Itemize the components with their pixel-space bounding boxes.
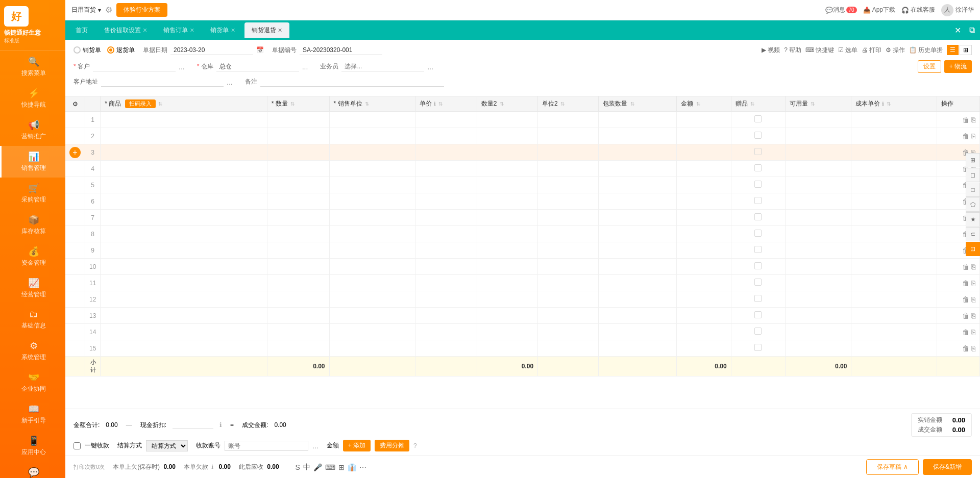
copy-row-btn[interactable]: ⎘	[971, 328, 975, 336]
product-cell[interactable]	[101, 275, 267, 291]
cost-price-cell[interactable]	[851, 242, 937, 259]
radio-return[interactable]: 退货单	[107, 46, 135, 55]
gift-checkbox[interactable]	[754, 262, 762, 269]
available-cell[interactable]	[785, 226, 851, 242]
gift-cell[interactable]	[731, 291, 785, 308]
gift-checkbox[interactable]	[754, 148, 762, 155]
amount-cell[interactable]	[677, 308, 731, 324]
cost-price-cell[interactable]	[851, 226, 937, 242]
online-service-btn[interactable]: 🎧 在线客服	[901, 6, 935, 14]
keyboard2-icon[interactable]: ⌨	[325, 463, 335, 471]
available-cell[interactable]	[785, 112, 851, 128]
sidebar-item-appstore[interactable]: 📱 应用中心	[0, 430, 65, 462]
cost-price-cell[interactable]	[851, 291, 937, 308]
cost-price-cell[interactable]	[851, 259, 937, 275]
pack-qty-cell[interactable]	[599, 340, 677, 357]
address-input[interactable]	[101, 77, 224, 87]
unit-cell[interactable]	[329, 112, 415, 128]
pack-qty-cell[interactable]	[599, 128, 677, 144]
sidebar-item-shortcut[interactable]: ⚡ 快捷导航	[0, 83, 65, 114]
qty2-cell[interactable]	[477, 291, 537, 308]
product-cell[interactable]	[101, 340, 267, 357]
gift-checkbox[interactable]	[754, 213, 762, 220]
unit-cell[interactable]	[329, 210, 415, 226]
float-btn-4[interactable]: ⬠	[966, 197, 980, 212]
qty2-cell[interactable]	[477, 226, 537, 242]
add-row-btn[interactable]: +	[69, 147, 81, 158]
sougou-icon[interactable]: S	[296, 463, 300, 471]
qty2-cell[interactable]	[477, 275, 537, 291]
available-cell[interactable]	[785, 324, 851, 340]
gift-checkbox[interactable]	[754, 344, 762, 351]
pack-qty-cell[interactable]	[599, 161, 677, 177]
amount-cell[interactable]	[677, 291, 731, 308]
product-cell[interactable]	[101, 161, 267, 177]
sidebar-item-basic[interactable]: 🗂 基础信息	[0, 304, 65, 335]
notification-btn[interactable]: 💬 消息 70	[825, 6, 857, 14]
product-cell[interactable]	[101, 324, 267, 340]
product-cell[interactable]	[101, 291, 267, 308]
copy-row-btn[interactable]: ⎘	[971, 344, 975, 353]
gift-cell[interactable]	[731, 259, 785, 275]
unit-cell[interactable]	[329, 161, 415, 177]
qty2-sort-icon[interactable]: ⇅	[500, 101, 504, 107]
one-key-payment-checkbox[interactable]	[74, 442, 81, 449]
account-input[interactable]	[225, 441, 308, 451]
available-cell[interactable]	[785, 291, 851, 308]
tab-sales-order-close[interactable]: ×	[190, 26, 194, 34]
unit2-cell[interactable]	[538, 324, 599, 340]
settlement-method-select[interactable]: 结算方式	[146, 440, 188, 451]
tab-price-setup[interactable]: 售价提取设置 ×	[97, 22, 154, 38]
gift-checkbox[interactable]	[754, 246, 762, 253]
float-btn-6[interactable]: ⊂	[966, 227, 980, 241]
available-cell[interactable]	[785, 259, 851, 275]
unit2-cell[interactable]	[538, 226, 599, 242]
amount-cell[interactable]	[677, 226, 731, 242]
available-cell[interactable]	[785, 128, 851, 144]
gift-checkbox[interactable]	[754, 181, 762, 188]
pack-qty-cell[interactable]	[599, 242, 677, 259]
product-cell[interactable]	[101, 308, 267, 324]
price-cell[interactable]	[415, 177, 477, 193]
add-payment-btn[interactable]: + 添加	[343, 440, 371, 451]
sidebar-item-wechat[interactable]: 💬 企业微信	[0, 462, 65, 478]
radio-invoice[interactable]: 销货单	[74, 46, 101, 55]
product-input[interactable]	[105, 149, 262, 156]
unit-cell[interactable]	[329, 275, 415, 291]
float-btn-orange[interactable]: ⊡	[966, 242, 980, 256]
unit2-cell[interactable]	[538, 259, 599, 275]
gear-settings-icon[interactable]: ⚙	[105, 5, 112, 15]
unit2-cell[interactable]	[538, 161, 599, 177]
gift-cell[interactable]	[731, 144, 785, 161]
amount-cell[interactable]	[677, 242, 731, 259]
amount-cell[interactable]	[677, 275, 731, 291]
price-cell[interactable]	[415, 128, 477, 144]
chinese-icon[interactable]: 中	[303, 463, 310, 472]
pack-qty-cell[interactable]	[599, 210, 677, 226]
settings-button[interactable]: 设置	[918, 60, 941, 73]
qty2-cell[interactable]	[477, 308, 537, 324]
pack-qty-cell[interactable]	[599, 308, 677, 324]
cost-sort-icon[interactable]: ⇅	[887, 101, 891, 107]
product-cell[interactable]	[101, 128, 267, 144]
qty2-cell[interactable]	[477, 193, 537, 210]
tab-home[interactable]: 首页	[68, 22, 95, 38]
unit2-cell[interactable]	[538, 210, 599, 226]
cash-discount-input[interactable]	[173, 421, 213, 429]
save-draft-button[interactable]: 保存草稿 ∧	[866, 459, 919, 475]
warehouse-ellipsis-btn[interactable]: ...	[302, 63, 308, 71]
cost-price-cell[interactable]	[851, 112, 937, 128]
amount-cell[interactable]	[677, 177, 731, 193]
quantity-cell[interactable]	[267, 242, 329, 259]
delete-row-btn[interactable]: 🗑	[962, 132, 969, 140]
qty2-cell[interactable]	[477, 144, 537, 161]
available-cell[interactable]	[785, 210, 851, 226]
cost-price-cell[interactable]	[851, 177, 937, 193]
sidebar-item-sales[interactable]: 📊 销售管理	[0, 146, 65, 178]
unit2-cell[interactable]	[538, 242, 599, 259]
sidebar-item-purchase[interactable]: 🛒 采购管理	[0, 178, 65, 209]
product-cell[interactable]	[101, 112, 267, 128]
available-cell[interactable]	[785, 308, 851, 324]
sidebar-item-guide[interactable]: 📖 新手引导	[0, 398, 65, 430]
quantity-cell[interactable]	[267, 226, 329, 242]
